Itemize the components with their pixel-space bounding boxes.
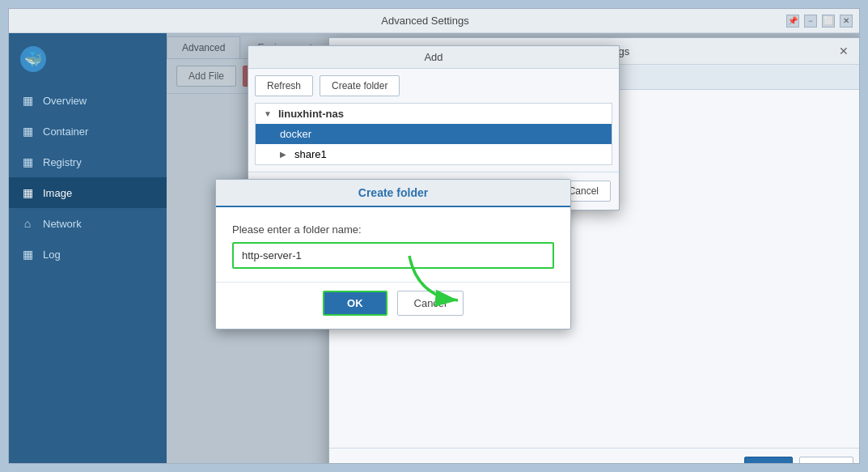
tree-item-docker-label: docker [280,128,311,140]
sidebar-item-label-log: Log [43,249,61,261]
apply-button[interactable]: Apply [744,457,793,463]
overview-icon: ▦ [20,93,35,108]
log-icon: ▦ [20,247,35,262]
sidebar-item-image[interactable]: ▦ Image [9,177,167,208]
file-tree: ▼ linuxhint-nas docker ▶ share1 [255,103,612,165]
advanced-cancel-button[interactable]: Cancel [799,457,853,463]
sidebar-item-label-image: Image [43,187,72,199]
sidebar-item-label-overview: Overview [43,95,87,107]
whale-icon: 🐳 [20,46,46,72]
sidebar-item-label-registry: Registry [43,156,82,168]
sidebar-item-registry[interactable]: ▦ Registry [9,147,167,177]
sidebar-item-label-network: Network [43,218,82,230]
sidebar-item-overview[interactable]: ▦ Overview [9,85,167,116]
dialog-advanced-close[interactable]: ✕ [834,43,853,59]
create-folder-label: Please enter a folder name: [232,223,554,236]
refresh-button[interactable]: Refresh [255,75,313,96]
tree-item-docker[interactable]: docker [256,124,612,144]
minimize-button[interactable]: － [804,15,817,28]
dialog-create-folder-titlebar: Create folder [216,180,570,207]
network-icon: ⌂ [20,216,35,231]
dialog-create-folder: Create folder Please enter a folder name… [215,179,571,330]
dialog-create-folder-content: Please enter a folder name: [216,207,570,282]
main-content: Advanced Environment Add File Delete 🗄 1… [167,33,859,463]
window-controls: 📌 － ⬜ ✕ [786,15,853,28]
root-toggle-icon: ▼ [264,109,273,118]
dialog-add-title: Add [424,51,442,63]
ok-button[interactable]: OK [323,291,387,316]
sidebar-item-container[interactable]: ▦ Container [9,116,167,147]
dialog-add-content: Refresh Create folder ▼ linuxhint-nas do… [248,69,619,172]
create-folder-cancel-button[interactable]: Cancel [397,291,464,316]
pin-button[interactable]: 📌 [786,15,799,28]
container-icon: ▦ [20,124,35,138]
restore-button[interactable]: ⬜ [822,15,835,28]
dialog-advanced-footer: Apply Cancel [329,448,859,463]
share1-toggle-icon: ▶ [280,150,290,159]
tree-item-share1-label: share1 [294,148,327,160]
registry-icon: ▦ [20,155,35,169]
dialog-create-folder-title: Create folder [358,186,428,199]
sidebar-item-network[interactable]: ⌂ Network [9,208,167,239]
sidebar-item-log[interactable]: ▦ Log [9,239,167,270]
title-bar: Advanced Settings 📌 － ⬜ ✕ [9,9,859,33]
tree-root[interactable]: ▼ linuxhint-nas [256,104,612,124]
close-button[interactable]: ✕ [840,15,853,28]
app-window: Advanced Settings 📌 － ⬜ ✕ 🐳 ▦ Overview ▦… [8,8,860,464]
folder-name-input[interactable] [232,242,554,269]
dialog-create-folder-footer: OK Cancel [216,282,570,329]
add-toolbar: Refresh Create folder [255,75,612,96]
image-icon: ▦ [20,185,35,200]
create-folder-button[interactable]: Create folder [320,75,400,96]
app-body: 🐳 ▦ Overview ▦ Container ▦ Registry ▦ Im… [9,33,859,463]
sidebar-item-label-container: Container [43,125,88,138]
app-title: Advanced Settings [381,15,468,27]
dialog-add-titlebar: Add [248,46,619,69]
tree-root-label: linuxhint-nas [278,108,344,120]
tree-item-share1[interactable]: ▶ share1 [256,144,612,164]
sidebar: 🐳 ▦ Overview ▦ Container ▦ Registry ▦ Im… [9,33,167,463]
sidebar-logo: 🐳 [9,40,167,85]
